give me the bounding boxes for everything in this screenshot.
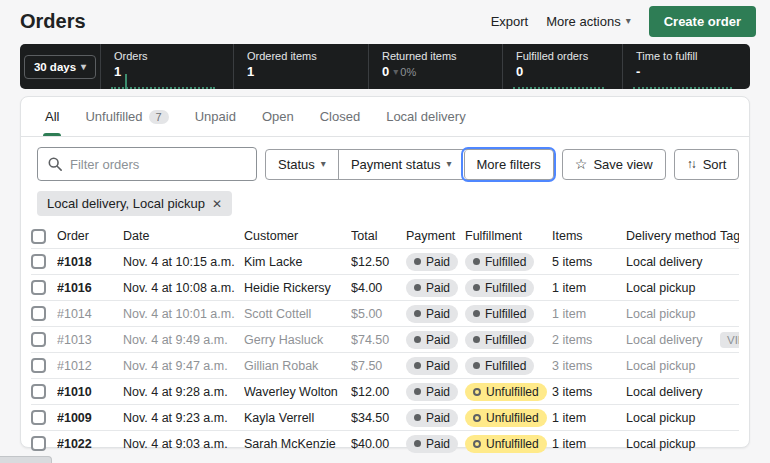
table-row[interactable]: #1012 Nov. 4 at 9:47 a.m. Gillian Robak …: [31, 352, 739, 378]
payment-status-cell: Paid: [406, 305, 465, 323]
stat-cell[interactable]: Returned items 0 ▾ 0%: [368, 44, 502, 89]
payment-status-cell: Paid: [406, 409, 465, 427]
table-row[interactable]: #1013 Nov. 4 at 9:49 a.m. Gerry Hasluck …: [31, 326, 739, 352]
row-checkbox[interactable]: [31, 384, 46, 399]
tab-closed[interactable]: Closed: [308, 97, 372, 136]
status-dot-icon: [414, 284, 421, 291]
chevron-down-icon: ▾: [447, 159, 452, 169]
row-checkbox[interactable]: [31, 436, 46, 451]
stats-bar: 30 days ▾ Orders 1 Ordered items 1 Retur…: [20, 44, 750, 89]
column-header-items: Items: [552, 229, 626, 243]
status-filter-button[interactable]: Status ▾: [266, 150, 338, 179]
delivery-method: Local pickup: [626, 307, 720, 321]
page-title: Orders: [20, 10, 86, 33]
items-count: 1 item: [552, 437, 626, 451]
view-tabs: All Unfulfilled 7 Unpaid Open Closed Loc…: [21, 97, 749, 137]
stat-sparkline-spike: [125, 74, 127, 89]
payment-status-badge: Paid: [406, 409, 458, 427]
stat-sparkline: [513, 87, 604, 89]
tab-unpaid[interactable]: Unpaid: [183, 97, 248, 136]
customer-name: Kim Lacke: [244, 255, 351, 269]
order-number[interactable]: #1016: [57, 281, 123, 295]
order-total: $5.00: [351, 307, 406, 321]
star-icon: ☆: [575, 157, 588, 171]
filter-toolbar: Status ▾ Payment status ▾ More filters ☆…: [21, 137, 749, 187]
delivery-method: Local pickup: [626, 281, 720, 295]
chevron-down-icon: ▾: [626, 16, 631, 26]
table-row[interactable]: #1016 Nov. 4 at 10:08 a.m. Heidie Ricker…: [31, 274, 739, 300]
row-checkbox[interactable]: [31, 358, 46, 373]
fulfillment-status-cell: Unfulfilled: [465, 383, 552, 401]
search-input[interactable]: [70, 157, 246, 172]
tab-all[interactable]: All: [33, 97, 71, 136]
customer-name: Gerry Hasluck: [244, 333, 351, 347]
items-count: 2 items: [552, 333, 626, 347]
customer-name: Heidie Rickersy: [244, 281, 351, 295]
order-number[interactable]: #1022: [57, 437, 123, 451]
table-row[interactable]: #1010 Nov. 4 at 9:28 a.m. Waverley Wolto…: [31, 378, 739, 404]
date-range-label: 30 days: [34, 61, 76, 73]
more-filters-button[interactable]: More filters: [464, 150, 553, 179]
order-date: Nov. 4 at 9:03 a.m.: [123, 437, 244, 451]
order-number[interactable]: #1012: [57, 359, 123, 373]
column-header-total: Total: [351, 229, 406, 243]
order-number[interactable]: #1014: [57, 307, 123, 321]
order-total: $12.00: [351, 385, 406, 399]
save-view-label: Save view: [593, 157, 652, 172]
stat-cell[interactable]: Ordered items 1: [233, 44, 368, 89]
row-checkbox[interactable]: [31, 306, 46, 321]
fulfillment-status-badge: Fulfilled: [465, 253, 534, 271]
stat-cell[interactable]: Orders 1: [100, 44, 233, 89]
row-checkbox[interactable]: [31, 280, 46, 295]
sort-button[interactable]: ↑↓ Sort: [674, 149, 740, 180]
status-dot-icon: [414, 310, 421, 317]
payment-status-filter-button[interactable]: Payment status ▾: [338, 150, 464, 179]
order-date: Nov. 4 at 10:08 a.m.: [123, 281, 244, 295]
fulfillment-status-badge: Unfulfilled: [465, 383, 547, 401]
select-all-checkbox[interactable]: [31, 229, 46, 244]
table-row[interactable]: #1022 Nov. 4 at 9:03 a.m. Sarah McKenzie…: [31, 430, 739, 456]
more-actions-label: More actions: [546, 14, 620, 29]
order-number[interactable]: #1013: [57, 333, 123, 347]
delivery-method: Local pickup: [626, 437, 720, 451]
date-range-button[interactable]: 30 days ▾: [24, 55, 96, 79]
row-checkbox[interactable]: [31, 410, 46, 425]
table-row[interactable]: #1014 Nov. 4 at 10:01 a.m. Scott Cottell…: [31, 300, 739, 326]
row-checkbox[interactable]: [31, 332, 46, 347]
table-row[interactable]: #1018 Nov. 4 at 10:15 a.m. Kim Lacke $12…: [31, 248, 739, 274]
order-date: Nov. 4 at 9:49 a.m.: [123, 333, 244, 347]
customer-name: Sarah McKenzie: [244, 437, 351, 451]
tab-unfulfilled[interactable]: Unfulfilled 7: [73, 97, 180, 136]
more-actions-button[interactable]: More actions ▾: [546, 14, 630, 29]
stat-delta: ▾ 0%: [393, 66, 416, 78]
order-number[interactable]: #1010: [57, 385, 123, 399]
stat-label: Returned items: [382, 50, 502, 62]
save-view-button[interactable]: ☆ Save view: [562, 149, 666, 180]
tab-open[interactable]: Open: [250, 97, 306, 136]
stat-cell[interactable]: Time to fulfill -: [622, 44, 750, 89]
customer-name: Kayla Verrell: [244, 411, 351, 425]
payment-status-cell: Paid: [406, 357, 465, 375]
stats-cells: Orders 1 Ordered items 1 Returned items …: [100, 44, 750, 89]
close-icon[interactable]: ✕: [212, 197, 222, 211]
payment-status-badge: Paid: [406, 305, 458, 323]
row-checkbox[interactable]: [31, 254, 46, 269]
fulfillment-status-badge: Unfulfilled: [465, 409, 547, 427]
order-number[interactable]: #1018: [57, 255, 123, 269]
items-count: 1 item: [552, 281, 626, 295]
date-range-segment: 30 days ▾: [20, 44, 100, 89]
applied-filter-label: Local delivery, Local pickup: [47, 196, 205, 211]
search-box[interactable]: [37, 147, 257, 181]
table-row[interactable]: #1009 Nov. 4 at 9:23 a.m. Kayla Verrell …: [31, 404, 739, 430]
column-header-customer: Customer: [244, 229, 351, 243]
tab-local-delivery[interactable]: Local delivery: [374, 97, 478, 136]
create-order-button[interactable]: Create order: [649, 6, 756, 37]
order-number[interactable]: #1009: [57, 411, 123, 425]
customer-name: Gillian Robak: [244, 359, 351, 373]
stat-cell[interactable]: Fulfilled orders 0: [502, 44, 622, 89]
fulfillment-status-cell: Unfulfilled: [465, 409, 552, 427]
applied-filter-tag[interactable]: Local delivery, Local pickup ✕: [37, 191, 232, 216]
export-button[interactable]: Export: [491, 14, 529, 29]
stat-label: Orders: [114, 50, 233, 62]
status-dot-icon: [414, 362, 421, 369]
